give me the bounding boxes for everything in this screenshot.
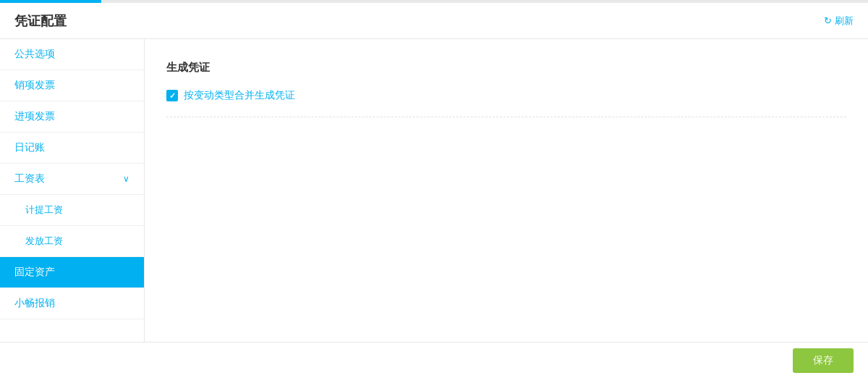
- section-title: 生成凭证: [166, 61, 846, 75]
- sidebar-item-label: 公共选项: [14, 48, 55, 61]
- sidebar-item-label: 小畅报销: [14, 297, 55, 310]
- page-title: 凭证配置: [14, 12, 67, 30]
- sidebar-item-journal[interactable]: 日记账: [0, 133, 144, 164]
- page-footer: 保存: [0, 342, 868, 378]
- merge-checkbox[interactable]: [166, 90, 178, 101]
- refresh-button[interactable]: ↻ 刷新: [824, 14, 854, 28]
- sidebar: 公共选项 销项发票 进项发票 日记账 工资表 ∨ 计提工资 发放工资 固定资产 …: [0, 39, 145, 342]
- sidebar-item-payroll[interactable]: 工资表 ∨: [0, 164, 144, 195]
- sidebar-item-label: 计提工资: [25, 203, 63, 217]
- sidebar-item-public[interactable]: 公共选项: [0, 39, 144, 70]
- chevron-down-icon: ∨: [123, 174, 129, 184]
- sidebar-item-label: 工资表: [14, 172, 45, 185]
- main-container: 公共选项 销项发票 进项发票 日记账 工资表 ∨ 计提工资 发放工资 固定资产 …: [0, 39, 868, 342]
- section-divider: [166, 117, 846, 117]
- sidebar-item-expense[interactable]: 小畅报销: [0, 288, 144, 319]
- sidebar-item-purchase-invoice[interactable]: 进项发票: [0, 101, 144, 133]
- content-area: 生成凭证 按变动类型合并生成凭证: [145, 39, 868, 342]
- refresh-icon: ↻: [824, 15, 832, 26]
- sidebar-item-fixed-assets[interactable]: 固定资产: [0, 257, 144, 288]
- merge-checkbox-label[interactable]: 按变动类型合并生成凭证: [184, 89, 295, 102]
- page-header: 凭证配置 ↻ 刷新: [0, 3, 868, 39]
- save-button[interactable]: 保存: [793, 348, 854, 373]
- checkbox-row: 按变动类型合并生成凭证: [166, 89, 846, 102]
- sidebar-item-label: 发放工资: [25, 235, 63, 248]
- sidebar-item-label: 销项发票: [14, 79, 55, 92]
- sidebar-item-sales-invoice[interactable]: 销项发票: [0, 70, 144, 101]
- sidebar-item-pay-payroll[interactable]: 发放工资: [0, 226, 144, 257]
- sidebar-item-calc-payroll[interactable]: 计提工资: [0, 195, 144, 226]
- sidebar-item-label: 日记账: [14, 141, 45, 154]
- refresh-label: 刷新: [835, 14, 854, 28]
- sidebar-item-label: 进项发票: [14, 110, 55, 123]
- sidebar-item-label: 固定资产: [14, 266, 55, 279]
